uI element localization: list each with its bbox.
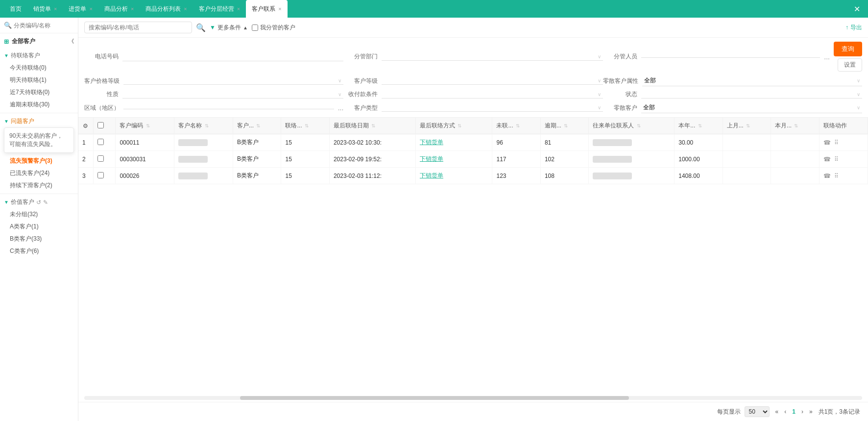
- prev-page-btn[interactable]: ‹: [782, 407, 788, 416]
- tab-product-list[interactable]: 商品分析列表 ×: [140, 0, 193, 18]
- last-page-btn[interactable]: »: [807, 407, 815, 416]
- col-last-date-sort[interactable]: ⇅: [371, 123, 375, 128]
- tab-customer-contact-close[interactable]: ×: [278, 6, 281, 12]
- filter-grade-select[interactable]: ∨: [382, 77, 603, 85]
- row-checkbox[interactable]: [93, 151, 116, 168]
- region-more-btn[interactable]: ...: [338, 104, 344, 112]
- export-btn[interactable]: ↑ 导出: [845, 24, 862, 32]
- col-contact-sort[interactable]: ⇅: [305, 123, 309, 128]
- col-type-sort[interactable]: ⇅: [256, 123, 260, 128]
- action-more-icon[interactable]: ⠿: [834, 173, 839, 179]
- action-more-icon[interactable]: ⠿: [834, 139, 839, 146]
- filter-region-select[interactable]: [123, 107, 334, 109]
- sidebar-item-overdue[interactable]: 逾期未联络(30): [0, 99, 78, 111]
- tab-customer-layer-close[interactable]: ×: [237, 6, 240, 12]
- sidebar-item-ungrouped[interactable]: 未分组(32): [0, 208, 78, 221]
- action-contact-icon[interactable]: ☎: [823, 139, 831, 146]
- tab-sales-close[interactable]: ×: [54, 6, 57, 12]
- tab-purchase[interactable]: 进货单 ×: [63, 0, 98, 18]
- filter-staff-select[interactable]: [641, 55, 820, 58]
- sidebar-all-customers[interactable]: ⊞ 全部客户 《: [0, 33, 78, 50]
- tab-product-list-close[interactable]: ×: [184, 6, 187, 12]
- row-last-month: [723, 134, 771, 151]
- filter-sporadic2-select[interactable]: 全部 ∨: [641, 102, 862, 113]
- first-page-btn[interactable]: «: [773, 407, 781, 416]
- col-no-contact-sort[interactable]: ⇅: [516, 123, 520, 128]
- filter-sporadic2-row: 零散客户 全部 ∨: [603, 102, 862, 113]
- row-contact-person: .. ..: [589, 168, 675, 184]
- item-7days-label: 近7天待联络(0): [10, 89, 49, 96]
- row-last-way[interactable]: 下销货单: [415, 168, 492, 184]
- sidebar-item-7days[interactable]: 近7天待联络(0): [0, 86, 78, 99]
- row-last-way[interactable]: 下销货单: [415, 134, 492, 151]
- more-conditions-btn[interactable]: ▼ 更多条件 ▲: [210, 24, 248, 32]
- row-last-way[interactable]: 下销货单: [415, 151, 492, 168]
- tab-home[interactable]: 首页: [4, 0, 27, 18]
- sidebar-section-value[interactable]: ▼ 价值客户 ↺ ✎: [0, 196, 78, 208]
- sidebar-item-classB[interactable]: B类客户(33): [0, 233, 78, 245]
- search-btn-icon[interactable]: 🔍: [196, 23, 206, 32]
- filter-payment-select[interactable]: ∨: [382, 91, 603, 99]
- sidebar-item-classA[interactable]: A类客户(1): [0, 221, 78, 233]
- table-container: ⚙ 客户编码 ⇅ 客户名称 ⇅ 客户... ⇅: [78, 118, 868, 394]
- tab-sales-label: 销货单: [33, 5, 51, 13]
- sidebar-item-tomorrow[interactable]: 明天待联络(1): [0, 74, 78, 86]
- my-customers-checkbox-label[interactable]: 我分管的客户: [252, 24, 295, 32]
- filter-sporadic-select[interactable]: 全部 ∨: [642, 75, 862, 86]
- edit-icon[interactable]: ✎: [43, 199, 48, 206]
- tab-product-analysis-close[interactable]: ×: [131, 6, 134, 12]
- filter-status-select[interactable]: ∨: [641, 91, 862, 99]
- col-this-month-sort[interactable]: ⇅: [794, 123, 798, 128]
- action-contact-icon[interactable]: ☎: [823, 173, 831, 179]
- dept-arrow: ∨: [598, 54, 601, 59]
- tab-customer-contact[interactable]: 客户联系 ×: [246, 0, 287, 18]
- action-contact-icon[interactable]: ☎: [823, 156, 831, 163]
- col-code-sort[interactable]: ⇅: [146, 123, 150, 128]
- table-footer: 每页显示 50 100 200 « ‹ 1 › » 共1页，3条记录: [78, 402, 868, 421]
- settings-btn[interactable]: 设置: [838, 58, 862, 72]
- filter-dept-select[interactable]: ∨: [382, 53, 603, 61]
- item-classB-label: B类客户(33): [10, 235, 42, 242]
- tab-customer-layer[interactable]: 客户分层经营 ×: [193, 0, 246, 18]
- col-last-month-sort[interactable]: ⇅: [746, 123, 750, 128]
- window-close-btn[interactable]: ✕: [846, 4, 868, 14]
- sidebar-section-pending[interactable]: ▼ 待联络客户: [0, 50, 78, 62]
- sidebar-search-input[interactable]: [14, 22, 74, 29]
- sidebar-item-churn-warning[interactable]: 流失预警客户(3): [0, 155, 78, 167]
- select-all-checkbox[interactable]: [97, 122, 104, 128]
- next-page-btn[interactable]: ›: [799, 407, 805, 416]
- sidebar-item-churned[interactable]: 已流失客户(24): [0, 167, 78, 179]
- query-btn[interactable]: 查询: [834, 42, 862, 56]
- horizontal-scrollbar[interactable]: [84, 396, 862, 400]
- filter-price-select[interactable]: ∨: [123, 77, 343, 85]
- sidebar-section-problem[interactable]: ▼ 问题客户: [0, 115, 78, 127]
- col-contact-person-sort[interactable]: ⇅: [637, 123, 641, 128]
- col-last-way-sort[interactable]: ⇅: [458, 123, 461, 128]
- scrollbar-thumb[interactable]: [240, 396, 629, 400]
- tab-product-analysis[interactable]: 商品分析 ×: [98, 0, 140, 18]
- tab-sales[interactable]: 销货单 ×: [27, 0, 63, 18]
- row-this-year: 30.00: [675, 134, 723, 151]
- sidebar-item-declining[interactable]: 持续下滑客户(2): [0, 179, 78, 192]
- col-overdue-sort[interactable]: ⇅: [564, 123, 568, 128]
- sidebar-item-today[interactable]: 今天待联络(0): [0, 62, 78, 74]
- tab-purchase-close[interactable]: ×: [89, 6, 92, 12]
- sidebar-item-classC[interactable]: C类客户(6): [0, 245, 78, 257]
- col-name-sort[interactable]: ⇅: [205, 123, 209, 128]
- search-input[interactable]: [84, 22, 192, 33]
- col-this-year-sort[interactable]: ⇅: [698, 123, 702, 128]
- refresh-icon[interactable]: ↺: [36, 199, 41, 206]
- filter-phone-input[interactable]: [122, 52, 343, 61]
- filter-gender-select[interactable]: ∨: [122, 91, 343, 99]
- row-checkbox[interactable]: [93, 168, 116, 184]
- my-customers-checkbox[interactable]: [252, 25, 258, 31]
- action-more-icon[interactable]: ⠿: [834, 156, 839, 163]
- filter-region-label: 区域（地区）: [84, 104, 120, 112]
- page-size-select[interactable]: 50 100 200: [745, 406, 770, 417]
- filter-ctype-select[interactable]: ∨: [382, 104, 603, 112]
- checkbox-header[interactable]: [93, 118, 116, 134]
- gear-header[interactable]: ⚙: [78, 118, 93, 134]
- row-checkbox[interactable]: [93, 134, 116, 151]
- staff-more-btn[interactable]: ...: [824, 53, 830, 61]
- row-overdue: 81: [540, 134, 588, 151]
